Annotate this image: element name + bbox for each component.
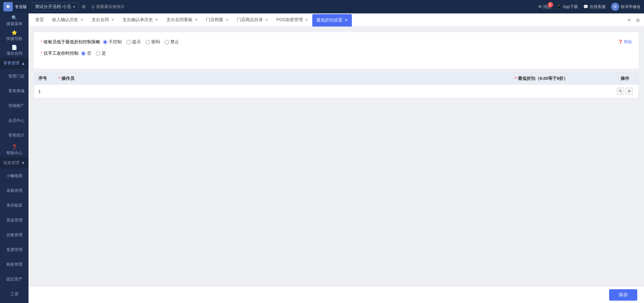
sidebar-label-inventory: 库存核算: [6, 203, 22, 208]
project-selector[interactable]: 测试分开流程-小兄 ▼: [32, 2, 79, 11]
sidebar-item-smart-store[interactable]: 智慧门店: [0, 69, 29, 84]
tab-store-products-label: 门店商品目录: [237, 17, 263, 23]
app-download-label: App下载: [563, 4, 578, 10]
discount-policy-label: * 收银员低于最低折扣控制策略: [41, 39, 100, 45]
sidebar-item-tax[interactable]: 税务管理: [0, 257, 29, 272]
tab-expense-board-label: 支出合同看板: [166, 17, 193, 23]
app-download-button[interactable]: 📱 App下载: [556, 4, 578, 10]
sidebar-label-marketing: 营销推广: [8, 103, 24, 109]
sidebar-item-payroll[interactable]: 工资: [0, 287, 29, 301]
radio-password[interactable]: 密码: [146, 39, 160, 45]
edit-row-button[interactable]: ✎: [617, 88, 624, 95]
tab-min-discount-close[interactable]: ✕: [344, 18, 348, 22]
search-icon: 🔍: [11, 15, 17, 20]
user-name: 徐泽华修改: [621, 4, 641, 10]
tab-expense-board[interactable]: 支出合同看板 ✕: [162, 14, 202, 27]
radio-forbidden-input[interactable]: [165, 40, 169, 44]
tab-expense-contract-label: 支出合同: [92, 17, 109, 23]
sidebar-item-wholesale[interactable]: 批发管理 ▼: [0, 157, 29, 168]
retail-arrow-icon: ▲: [21, 61, 25, 66]
radio-manual-no[interactable]: 否: [81, 50, 91, 56]
sidebar-item-finance[interactable]: 资金管理: [0, 213, 29, 228]
sidebar-label-project: 项目合同: [6, 51, 22, 56]
sidebar-item-purchase[interactable]: 采购管理: [0, 183, 29, 198]
table-header: 序号 * 操作员 * 最低折扣（9.00等于9折） 操作: [34, 72, 639, 85]
help-link[interactable]: ❓ 帮助: [618, 39, 632, 45]
demo-link[interactable]: ◎ 我要看实例演示: [91, 4, 124, 10]
table-row: 1 ✎ ✕: [34, 85, 638, 98]
radio-prompt[interactable]: 提示: [126, 39, 141, 45]
tab-store-products-close[interactable]: ✕: [265, 17, 268, 22]
radio-prompt-input[interactable]: [126, 40, 131, 44]
tab-expense-contract[interactable]: 支出合同 ✕: [88, 14, 118, 27]
radio-no-control-input[interactable]: [103, 40, 107, 44]
sidebar-item-assets[interactable]: 固定资产: [0, 272, 29, 287]
sidebar-item-marketing[interactable]: 营销推广: [0, 98, 29, 113]
sidebar-item-retail-stats[interactable]: 零售统计: [0, 128, 29, 143]
tab-store-files-label: 门店档案: [206, 17, 223, 23]
sidebar-item-project[interactable]: 📄 项目合同: [0, 43, 29, 58]
sidebar-label-finance: 资金管理: [6, 217, 22, 223]
tab-expense-contract-close[interactable]: ✕: [111, 17, 114, 22]
discount-policy-row: * 收银员低于最低折扣控制策略 不控制 提示: [41, 39, 632, 45]
tab-pos-encryption-close[interactable]: ✕: [305, 17, 308, 22]
delete-row-button[interactable]: ✕: [626, 88, 633, 95]
messages-button[interactable]: ✉ 消息 8: [538, 4, 551, 10]
sidebar-item-retail[interactable]: 零售管理 ▲: [0, 58, 29, 69]
radio-no-control[interactable]: 不控制: [103, 39, 122, 45]
tab-store-files-close[interactable]: ✕: [225, 17, 229, 22]
sidebar-item-ecommerce[interactable]: 小畅电商: [0, 168, 29, 183]
th-operator-required: *: [58, 76, 61, 81]
td-operator-1: [54, 89, 511, 94]
radio-forbidden[interactable]: 禁止: [165, 39, 179, 45]
td-discount-1: [511, 89, 611, 94]
tab-bar: 首页 收入确认历史 ✕ 支出合同 ✕ 支出确认单历史 ✕ 支出合同看板 ✕ 门店…: [29, 13, 644, 27]
tab-home[interactable]: 首页: [31, 14, 48, 27]
sidebar-item-help[interactable]: ❓ 帮助中心: [0, 143, 29, 157]
radio-manual-no-input[interactable]: [81, 51, 86, 56]
tab-revenue-history[interactable]: 收入确认历史 ✕: [48, 14, 88, 27]
tab-expense-board-close[interactable]: ✕: [195, 17, 198, 22]
tab-expand-button[interactable]: ⊞: [635, 17, 641, 23]
tab-store-products[interactable]: 门店商品目录 ✕: [233, 14, 272, 27]
help-icon: ❓: [11, 144, 17, 150]
th-seq: 序号: [34, 73, 54, 84]
sidebar-label-ledger: 总账管理: [6, 232, 22, 238]
tab-pos-encryption[interactable]: POS加密管理 ✕: [272, 14, 312, 27]
tab-store-files[interactable]: 门店档案 ✕: [202, 14, 233, 27]
settings-icon[interactable]: ⚙: [82, 4, 86, 9]
main-layout: 🔍 搜索菜单 ⭐ 快捷导航 📄 项目合同 零售管理 ▲ 智慧门店 零售商城 营销…: [0, 13, 644, 303]
sidebar-label-ecommerce: 小畅电商: [6, 173, 22, 179]
radio-manual-yes[interactable]: 是: [96, 50, 106, 56]
sidebar-item-mall[interactable]: 零售商城: [0, 84, 29, 98]
messages-badge: 8: [548, 2, 553, 7]
tab-close-button[interactable]: ✕: [626, 17, 633, 23]
sidebar-label-help: 帮助中心: [6, 150, 22, 156]
project-name: 测试分开流程-小兄: [35, 4, 71, 10]
tab-min-discount[interactable]: 最低折扣设置 ✕: [312, 14, 352, 27]
sidebar-item-ledger[interactable]: 总账管理: [0, 228, 29, 242]
tab-expense-confirm-history-close[interactable]: ✕: [155, 17, 158, 22]
radio-password-input[interactable]: [146, 40, 150, 44]
radio-password-label: 密码: [151, 39, 160, 45]
sidebar-settings-button[interactable]: ⚙: [0, 301, 29, 303]
online-service-label: 在线客服: [590, 4, 606, 10]
required-star-1: *: [41, 39, 44, 44]
sidebar-item-invoice[interactable]: 发票管理: [0, 242, 29, 257]
save-button[interactable]: 保存: [609, 289, 637, 301]
sidebar-item-member[interactable]: 会员中心: [0, 113, 29, 128]
online-service-button[interactable]: 💬 在线客服: [583, 4, 606, 10]
user-profile-button[interactable]: 徐 徐泽华修改: [611, 3, 641, 11]
sidebar-item-quicknav[interactable]: ⭐ 快捷导航: [0, 28, 29, 43]
sidebar-label-assets: 固定资产: [6, 276, 22, 282]
radio-manual-yes-input[interactable]: [96, 51, 100, 56]
tab-min-discount-label: 最低折扣设置: [316, 17, 342, 23]
tab-expense-confirm-history[interactable]: 支出确认单历史 ✕: [118, 14, 162, 27]
help-icon: ❓: [618, 40, 623, 44]
sidebar-label-payroll: 工资: [10, 291, 18, 297]
top-bar: 畅 专业版 测试分开流程-小兄 ▼ ⚙ ◎ 我要看实例演示 ✉ 消息 8 📱 A…: [0, 0, 644, 13]
tab-revenue-history-close[interactable]: ✕: [80, 17, 84, 22]
sidebar-item-inventory[interactable]: 库存核算: [0, 198, 29, 213]
sidebar-item-search[interactable]: 🔍 搜索菜单: [0, 13, 29, 28]
sidebar-label-retail: 零售管理: [3, 60, 19, 66]
